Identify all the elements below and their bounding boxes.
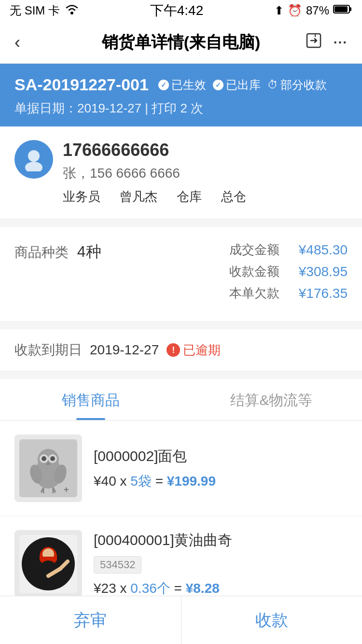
customer-meta: 业务员 曾凡杰 仓库 总仓 [63,188,348,205]
product-qty-1: 5袋 [130,474,152,489]
status-effective-label: 已生效 [171,77,206,93]
product-types-value: 4种 [77,243,101,260]
status-effective: ✓ 已生效 [158,77,206,93]
nav-bar: ‹ 销货单详情(来自电脑) ··· [0,21,362,64]
product-image-2 [14,530,82,598]
svg-point-0 [70,12,73,14]
overdue-badge: ! 已逾期 [167,342,221,359]
status-partial-label: 部分收款 [280,77,327,93]
collect-payment-button[interactable]: 收款 [181,596,362,644]
clock-icon: ⏱ [267,79,278,91]
product-price-1: ¥40 x 5袋 = ¥199.99 [94,472,348,490]
product-name-2: [000400001]黄油曲奇 [94,531,348,550]
deal-amount-value: ¥485.30 [299,242,348,258]
sales-person-label: 业务员 [63,188,100,205]
svg-point-13 [50,456,55,461]
product-image-1: + [14,434,82,502]
status-bar-left: 无 SIM 卡 [10,3,79,18]
status-shipped-label: 已出库 [226,77,261,93]
due-section: 收款到期日 2019-12-27 ! 已逾期 [0,329,362,371]
tab-settlement-label: 结算&物流等 [230,392,312,408]
customer-avatar [14,140,53,179]
order-banner: SA-20191227-001 ✓ 已生效 ✓ 已出库 ⏱ 部分收款 单据日期：… [0,64,362,126]
back-button[interactable]: ‹ [14,32,20,53]
overdue-label: 已逾期 [183,342,221,359]
deal-amount-row: 成交金额 ¥485.30 [229,241,348,258]
sim-label: 无 SIM 卡 [10,3,60,18]
received-amount-value: ¥308.95 [299,264,348,280]
tab-underline [76,418,105,420]
status-partial-payment: ⏱ 部分收款 [267,77,327,93]
received-amount-label: 收款金额 [229,263,279,280]
status-bar-right: ⬆ ⏰ 87% [274,4,352,17]
financial-stats: 成交金额 ¥485.30 收款金额 ¥308.95 本单欠款 ¥176.35 [229,241,348,307]
product-info-1: [0000002]面包 ¥40 x 5袋 = ¥199.99 [94,447,348,490]
product-types-label: 商品种类 [14,245,69,260]
more-icon[interactable]: ··· [334,35,348,50]
warehouse-label: 仓库 [177,188,202,205]
svg-rect-2 [349,7,351,11]
stats-section: 商品种类 4种 成交金额 ¥485.30 收款金额 ¥308.95 本单欠款 ¥… [0,227,362,322]
check-icon-1: ✓ [158,80,169,90]
table-row: + [0000002]面包 ¥40 x 5袋 = ¥199.99 [0,421,362,516]
svg-point-6 [25,162,42,171]
bottom-bar: 弃审 收款 [0,596,362,644]
received-amount-row: 收款金额 ¥308.95 [229,263,348,280]
order-date: 单据日期：2019-12-27 | 打印 2 次 [14,100,348,117]
product-info-2: [000400001]黄油曲奇 534532 ¥23 x 0.36个 = ¥8.… [94,531,348,598]
tab-sales-products-label: 销售商品 [62,392,120,408]
check-icon-2: ✓ [213,80,223,90]
product-total-1: ¥199.99 [167,474,216,489]
owed-amount-label: 本单欠款 [229,285,279,302]
product-placeholder-icon-1: + [19,439,77,497]
sales-person-name: 曾凡杰 [120,188,157,205]
due-date-value: 2019-12-27 [90,342,159,358]
deal-amount-label: 成交金额 [229,241,279,258]
tab-sales-products[interactable]: 销售商品 [0,379,181,420]
tab-settlement[interactable]: 结算&物流等 [181,379,362,420]
due-date-label: 收款到期日 [14,341,82,359]
product-types: 商品种类 4种 [14,241,101,263]
owed-amount-row: 本单欠款 ¥176.35 [229,285,348,302]
order-id: SA-20191227-001 [14,75,149,94]
svg-rect-3 [334,6,348,12]
svg-point-5 [28,150,40,162]
product-sku-2: 534532 [94,556,141,574]
battery-icon [333,4,352,17]
warehouse-name: 总仓 [221,188,246,205]
alarm-icon: ⏰ [288,4,302,17]
product-qty-2: 0.36个 [130,581,170,596]
svg-point-12 [42,456,46,461]
product-name-1: [0000002]面包 [94,447,348,466]
owed-amount-value: ¥176.35 [299,286,348,301]
nav-right-actions: ··· [306,32,348,53]
status-shipped: ✓ 已出库 [213,77,261,93]
location-icon: ⬆ [274,4,284,17]
svg-text:+: + [64,485,69,494]
customer-phone: 张，156 6666 6666 [63,164,348,182]
status-tags: ✓ 已生效 ✓ 已出库 ⏱ 部分收款 [158,77,327,93]
wifi-icon [65,4,79,17]
battery-label: 87% [306,4,329,17]
product-list: + [0000002]面包 ¥40 x 5袋 = ¥199.99 [0,421,362,611]
product-price-2: ¥23 x 0.36个 = ¥8.28 [94,579,348,598]
status-bar-time: 下午4:42 [150,1,204,20]
abandon-review-button[interactable]: 弃审 [0,596,181,644]
tabs-section: 销售商品 结算&物流等 [0,379,362,421]
customer-info: 17666666666 张，156 6666 6666 业务员 曾凡杰 仓库 总… [63,140,348,205]
customer-name: 17666666666 [63,140,348,160]
share-icon[interactable] [306,32,322,53]
product-total-2: ¥8.28 [186,581,220,596]
product-placeholder-icon-2 [19,535,77,593]
customer-section: 17666666666 张，156 6666 6666 业务员 曾凡杰 仓库 总… [0,126,362,219]
page-title: 销货单详情(来自电脑) [102,31,261,54]
overdue-icon: ! [167,343,180,357]
tabs-row: 销售商品 结算&物流等 [0,379,362,420]
status-bar: 无 SIM 卡 下午4:42 ⬆ ⏰ 87% [0,0,362,21]
